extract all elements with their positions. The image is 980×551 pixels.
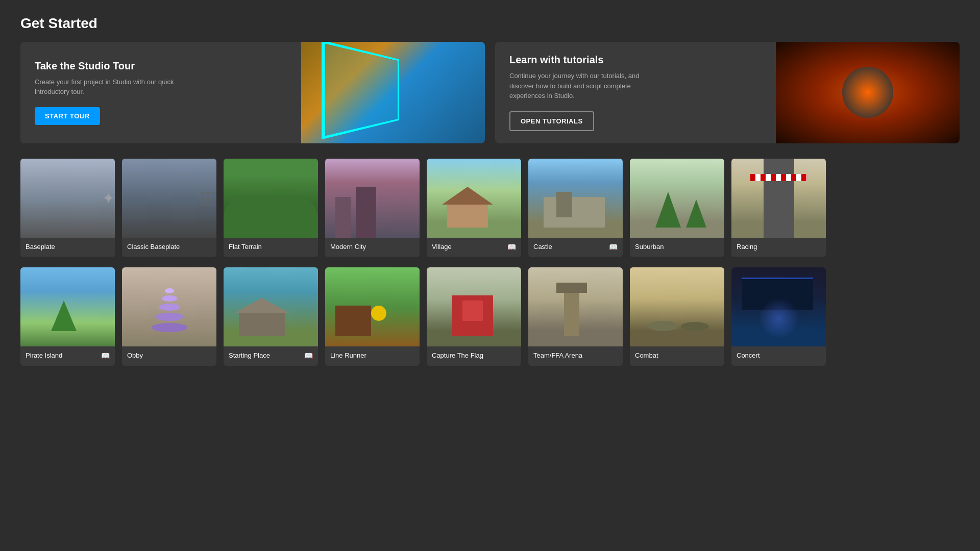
combat-thumb-inner bbox=[630, 267, 724, 346]
racing-label: Racing bbox=[731, 238, 826, 257]
flat-terrain-label: Flat Terrain bbox=[224, 238, 318, 257]
templates-row-1: Baseplate Classic Baseplate Flat Terrain bbox=[20, 159, 960, 257]
team-ffa-thumb bbox=[528, 267, 623, 346]
page-title: Get Started bbox=[20, 15, 960, 32]
castle-label: Castle 📖 bbox=[528, 238, 623, 257]
obby-disc-2 bbox=[155, 313, 183, 321]
studio-tour-image bbox=[301, 42, 485, 143]
starting-place-thumb bbox=[224, 267, 318, 346]
template-flat-terrain[interactable]: Flat Terrain bbox=[224, 159, 318, 257]
baseplate-thumb-inner bbox=[20, 159, 102, 238]
baseplate-label: Baseplate bbox=[20, 238, 115, 257]
village-label: Village 📖 bbox=[427, 238, 521, 257]
template-team-ffa[interactable]: Team/FFA Arena bbox=[528, 267, 623, 366]
pirate-island-thumb bbox=[20, 267, 115, 346]
pirate-island-book-icon: 📖 bbox=[101, 352, 110, 360]
template-racing[interactable]: Racing bbox=[731, 159, 826, 257]
team-ffa-label: Team/FFA Arena bbox=[528, 346, 623, 365]
tutorials-content: Learn with tutorials Continue your journ… bbox=[495, 42, 776, 143]
template-capture-flag[interactable]: Capture The Flag bbox=[427, 267, 521, 366]
racing-thumb-inner bbox=[731, 159, 826, 238]
concert-label: Concert bbox=[731, 346, 826, 365]
flat-terrain-thumb bbox=[224, 159, 318, 238]
combat-thumb bbox=[630, 267, 724, 346]
template-modern-city[interactable]: Modern City bbox=[325, 159, 420, 257]
line-runner-thumb-inner bbox=[325, 267, 420, 346]
template-line-runner[interactable]: Line Runner bbox=[325, 267, 420, 366]
start-tour-button[interactable]: START TOUR bbox=[35, 107, 100, 125]
suburban-thumb bbox=[630, 159, 724, 238]
suburban-label: Suburban bbox=[630, 238, 724, 257]
starting-place-thumb-inner bbox=[224, 267, 318, 346]
tutorials-title: Learn with tutorials bbox=[509, 54, 762, 66]
templates-row-2: Pirate Island 📖 Obby bbox=[20, 267, 960, 366]
template-classic-baseplate[interactable]: Classic Baseplate bbox=[122, 159, 216, 257]
castle-thumb-inner bbox=[528, 159, 623, 238]
capture-flag-thumb bbox=[427, 267, 521, 346]
studio-tour-title: Take the Studio Tour bbox=[35, 60, 287, 72]
obby-disc-4 bbox=[162, 295, 177, 302]
studio-tour-banner: Take the Studio Tour Create your first p… bbox=[20, 42, 485, 143]
template-village[interactable]: Village 📖 bbox=[427, 159, 521, 257]
obby-thumb-inner bbox=[122, 267, 216, 346]
banners-section: Take the Studio Tour Create your first p… bbox=[20, 42, 960, 143]
template-pirate-island[interactable]: Pirate Island 📖 bbox=[20, 267, 115, 366]
combat-label: Combat bbox=[630, 346, 724, 365]
studio-tour-content: Take the Studio Tour Create your first p… bbox=[20, 42, 301, 143]
studio-tour-desc: Create your first project in Studio with… bbox=[35, 77, 188, 97]
tutorials-image bbox=[776, 42, 960, 143]
template-obby[interactable]: Obby bbox=[122, 267, 216, 366]
concert-thumb bbox=[731, 267, 826, 346]
starting-place-book-icon: 📖 bbox=[304, 352, 313, 360]
line-runner-label: Line Runner bbox=[325, 346, 420, 365]
concert-thumb-inner bbox=[731, 267, 826, 346]
modern-city-label: Modern City bbox=[325, 238, 420, 257]
castle-thumb bbox=[528, 159, 623, 238]
starting-place-label: Starting Place 📖 bbox=[224, 346, 318, 366]
castle-book-icon: 📖 bbox=[609, 243, 618, 251]
modern-city-thumb-inner bbox=[325, 159, 420, 238]
template-castle[interactable]: Castle 📖 bbox=[528, 159, 623, 257]
template-combat[interactable]: Combat bbox=[630, 267, 724, 366]
racing-thumb bbox=[731, 159, 826, 238]
obby-stack bbox=[149, 281, 190, 332]
classic-baseplate-thumb-inner bbox=[122, 159, 199, 238]
template-suburban[interactable]: Suburban bbox=[630, 159, 724, 257]
template-baseplate[interactable]: Baseplate bbox=[20, 159, 115, 257]
line-runner-thumb bbox=[325, 267, 420, 346]
baseplate-thumb bbox=[20, 159, 115, 238]
pirate-island-label: Pirate Island 📖 bbox=[20, 346, 115, 366]
obby-disc-5 bbox=[165, 288, 174, 293]
obby-label: Obby bbox=[122, 346, 216, 365]
tutorials-banner: Learn with tutorials Continue your journ… bbox=[495, 42, 960, 143]
capture-flag-label: Capture The Flag bbox=[427, 346, 521, 365]
template-starting-place[interactable]: Starting Place 📖 bbox=[224, 267, 318, 366]
village-thumb bbox=[427, 159, 521, 238]
team-ffa-thumb-inner bbox=[528, 267, 623, 346]
classic-baseplate-label: Classic Baseplate bbox=[122, 238, 216, 257]
capture-flag-thumb-inner bbox=[427, 267, 521, 346]
template-concert[interactable]: Concert bbox=[731, 267, 826, 366]
obby-disc-1 bbox=[152, 323, 187, 332]
obby-disc-3 bbox=[159, 304, 180, 311]
village-book-icon: 📖 bbox=[507, 243, 516, 251]
page-container: Get Started Take the Studio Tour Create … bbox=[0, 0, 980, 391]
obby-thumb bbox=[122, 267, 216, 346]
village-thumb-inner bbox=[427, 159, 521, 238]
pirate-island-thumb-inner bbox=[20, 267, 115, 346]
suburban-thumb-inner bbox=[630, 159, 724, 238]
modern-city-thumb bbox=[325, 159, 420, 238]
open-tutorials-button[interactable]: OPEN TUTORIALS bbox=[509, 111, 594, 131]
classic-baseplate-thumb bbox=[122, 159, 216, 238]
flat-terrain-thumb-inner bbox=[224, 159, 318, 238]
tutorials-desc: Continue your journey with our tutorials… bbox=[509, 71, 663, 101]
